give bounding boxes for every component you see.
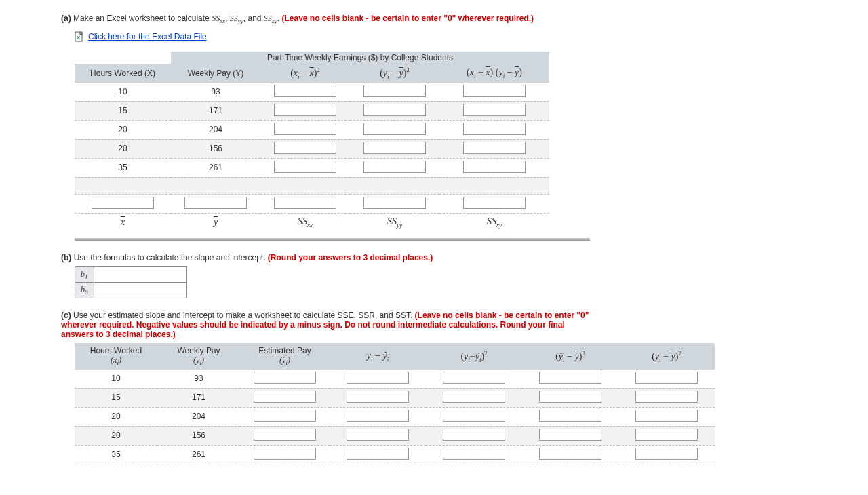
- ssxy-sym: SSxy: [264, 14, 277, 23]
- input-ydevsq[interactable]: [363, 142, 426, 154]
- input-ydevsq[interactable]: [363, 104, 426, 116]
- input-totsq[interactable]: [635, 372, 698, 384]
- input-xdevsq[interactable]: [274, 161, 336, 173]
- input-cross[interactable]: [463, 104, 526, 116]
- input-b1[interactable]: [100, 270, 181, 279]
- input-xdevsq[interactable]: [274, 142, 336, 154]
- input-ybar[interactable]: [184, 197, 247, 209]
- colc-reg-sq: (ŷi − y)2: [522, 343, 618, 369]
- input-resid[interactable]: [347, 448, 409, 460]
- input-cross[interactable]: [463, 161, 526, 173]
- input-xdevsq[interactable]: [274, 123, 336, 135]
- part-b-label: (b): [61, 253, 71, 262]
- cell-y: 93: [171, 83, 260, 102]
- input-est[interactable]: [254, 448, 316, 460]
- colc-est: Estimated Pay(ŷi): [240, 343, 330, 369]
- input-ssxx[interactable]: [274, 197, 336, 209]
- excel-link-row: X Click here for the Excel Data File: [75, 31, 807, 42]
- part-c-table: Hours Worked(xi) Weekly Pay(yi) Estimate…: [75, 343, 807, 464]
- part-c-label: (c): [61, 311, 71, 320]
- input-cross[interactable]: [463, 123, 526, 135]
- ssxx-label: SSxx: [260, 213, 350, 231]
- input-regsq[interactable]: [539, 410, 601, 422]
- input-regsq[interactable]: [539, 391, 601, 403]
- part-a-label: (a): [61, 14, 71, 23]
- input-cross[interactable]: [463, 142, 526, 154]
- input-regsq[interactable]: [539, 448, 601, 460]
- input-totsq[interactable]: [635, 448, 698, 460]
- part-a-table: Part-Time Weekly Earnings ($) by College…: [75, 52, 807, 240]
- input-est[interactable]: [254, 372, 316, 384]
- b0-label: b0: [75, 283, 94, 298]
- input-ssyy[interactable]: [363, 197, 426, 209]
- part-b-prompt: (b) Use the formulas to calculate the sl…: [61, 253, 807, 262]
- ssyy-sym: SSyy: [230, 14, 243, 23]
- input-est[interactable]: [254, 391, 316, 403]
- input-b0[interactable]: [100, 285, 181, 295]
- input-totsq[interactable]: [635, 429, 698, 441]
- part-b-text: Use the formulas to calculate the slope …: [74, 253, 268, 262]
- cell-x: 10: [75, 83, 171, 102]
- part-a-red: (Leave no cells blank - be certain to en…: [282, 14, 534, 23]
- col-ydev-sq: (yi − y)2: [350, 64, 439, 82]
- input-ydevsq[interactable]: [363, 123, 426, 135]
- input-regsq[interactable]: [539, 372, 601, 384]
- ybar-label: y: [171, 213, 260, 231]
- input-resid[interactable]: [347, 429, 409, 441]
- part-b-red: (Round your answers to 3 decimal places.…: [268, 253, 433, 262]
- b1-label: b1: [75, 266, 94, 282]
- input-residsq[interactable]: [443, 429, 505, 441]
- input-residsq[interactable]: [443, 448, 505, 460]
- svg-text:X: X: [77, 35, 81, 41]
- input-ssxy[interactable]: [463, 197, 526, 209]
- colc-hours: Hours Worked(xi): [75, 343, 157, 369]
- input-residsq[interactable]: [443, 372, 505, 384]
- col-cross-dev: (xi − x) (yi − y): [439, 64, 549, 82]
- excel-file-icon: X: [75, 31, 84, 42]
- input-totsq[interactable]: [635, 391, 698, 403]
- input-regsq[interactable]: [539, 429, 601, 441]
- part-c-text: Use your estimated slope and intercept t…: [73, 311, 415, 320]
- colc-resid: yi − ŷi: [330, 343, 426, 369]
- col-weekly-pay: Weekly Pay (Y): [171, 64, 260, 82]
- input-ydevsq[interactable]: [363, 85, 426, 97]
- col-xdev-sq: (xi − x)2: [260, 64, 350, 82]
- colc-pay: Weekly Pay(yi): [157, 343, 240, 369]
- input-xbar[interactable]: [92, 197, 154, 209]
- excel-data-link[interactable]: Click here for the Excel Data File: [88, 32, 207, 41]
- input-xdevsq[interactable]: [274, 104, 336, 116]
- table-title: Part-Time Weekly Earnings ($) by College…: [171, 52, 549, 64]
- ssxy-label: SSxy: [439, 213, 549, 231]
- xbar-label: x: [75, 213, 171, 231]
- input-residsq[interactable]: [443, 391, 505, 403]
- part-c-prompt: (c) Use your estimated slope and interce…: [61, 311, 590, 339]
- ssxx-sym: SSxx: [212, 14, 225, 23]
- input-cross[interactable]: [463, 85, 526, 97]
- part-a-text1: Make an Excel worksheet to calculate: [73, 14, 212, 23]
- input-residsq[interactable]: [443, 410, 505, 422]
- colc-resid-sq: (yi−ŷi)2: [426, 343, 522, 369]
- input-resid[interactable]: [347, 372, 409, 384]
- input-ydevsq[interactable]: [363, 161, 426, 173]
- part-a-prompt: (a) Make an Excel worksheet to calculate…: [61, 14, 807, 24]
- colc-tot-sq: (yi − y)2: [618, 343, 715, 369]
- ssyy-label: SSyy: [350, 213, 439, 231]
- input-est[interactable]: [254, 410, 316, 422]
- coef-table: b1 b0: [75, 266, 807, 299]
- col-hours-worked: Hours Worked (X): [75, 64, 171, 82]
- input-resid[interactable]: [347, 410, 409, 422]
- input-totsq[interactable]: [635, 410, 698, 422]
- input-est[interactable]: [254, 429, 316, 441]
- input-xdevsq[interactable]: [274, 85, 336, 97]
- input-resid[interactable]: [347, 391, 409, 403]
